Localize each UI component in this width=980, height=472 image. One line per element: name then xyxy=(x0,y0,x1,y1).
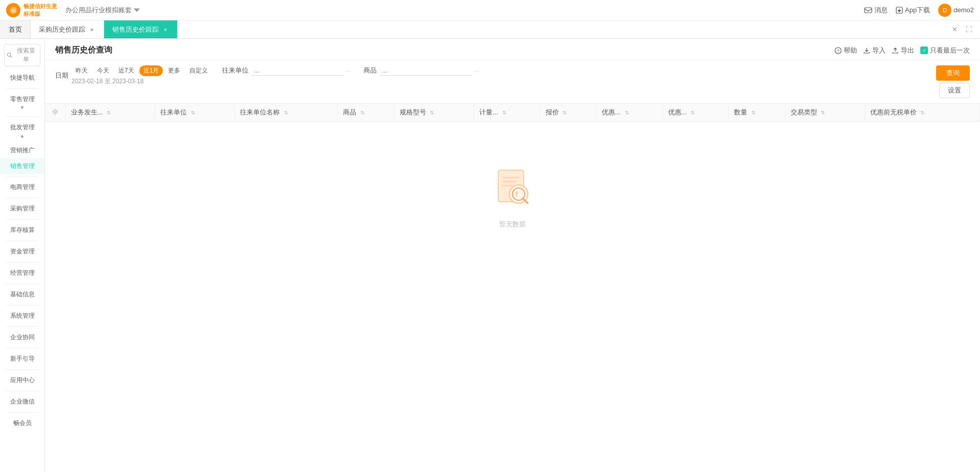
sidebar-item-operation[interactable]: 经营管理 xyxy=(0,265,44,281)
sidebar-item-ecommerce[interactable]: 电商管理 xyxy=(0,179,44,196)
empty-illustration xyxy=(487,162,538,214)
col-discount1[interactable]: 优惠... ⇅ xyxy=(597,104,663,122)
date-opt-1month[interactable]: 近1月 xyxy=(139,65,163,76)
tab-sales-history[interactable]: 销售历史价跟踪 × xyxy=(104,20,178,38)
page-header: 销售历史价查询 ? 帮助 导入 导出 只看最后一次 xyxy=(45,39,980,60)
sidebar-item-inventory[interactable]: 库存核算 xyxy=(0,222,44,239)
import-label: 导入 xyxy=(872,46,886,55)
sidebar-item-wholesale[interactable]: 批发管理 ▲ xyxy=(0,119,44,143)
svg-rect-10 xyxy=(502,177,520,178)
export-label: 导出 xyxy=(901,46,914,55)
query-btn[interactable]: 查询 xyxy=(936,65,970,81)
product-filter-label: 商品 xyxy=(363,66,377,75)
svg-text:畅: 畅 xyxy=(11,8,16,13)
sidebar-item-new-guide[interactable]: 新手引导 xyxy=(0,350,44,367)
col-spec-label: 规格型号 xyxy=(400,108,426,116)
user-menu[interactable]: D demo2 xyxy=(938,4,974,17)
help-btn[interactable]: ? 帮助 xyxy=(835,46,857,55)
date-opt-7days[interactable]: 近7天 xyxy=(114,65,138,76)
product-input-area: ··· xyxy=(380,65,481,76)
sidebar-item-enterprise-collab[interactable]: 企业协同 xyxy=(0,329,44,346)
product-input[interactable] xyxy=(380,65,472,76)
divider-1 xyxy=(6,88,38,89)
col-quantity[interactable]: 数量 ⇅ xyxy=(729,104,785,122)
col-unit[interactable]: 计量... ⇅ xyxy=(474,104,541,122)
sidebar-item-marketing[interactable]: 营销推广 xyxy=(0,143,44,158)
message-btn[interactable]: 消息 xyxy=(864,6,888,15)
app-download-btn[interactable]: App下载 xyxy=(896,6,930,15)
date-opt-custom[interactable]: 自定义 xyxy=(185,65,212,76)
import-btn[interactable]: 导入 xyxy=(863,46,886,55)
partner-dots-icon[interactable]: ··· xyxy=(346,67,351,75)
divider-9 xyxy=(6,305,38,305)
tab-home[interactable]: 首页 xyxy=(0,20,31,38)
date-filter-label: 日期 xyxy=(55,71,68,80)
col-trade-type-sort-icon: ⇅ xyxy=(821,110,825,115)
logo-icon: 畅 xyxy=(6,3,20,17)
sidebar-item-retail[interactable]: 零售管理 ▼ xyxy=(0,91,44,114)
col-unit-sort-icon: ⇅ xyxy=(502,110,506,115)
col-no-tax-price[interactable]: 优惠前无税单价 ⇅ xyxy=(865,104,979,122)
col-trade-type[interactable]: 交易类型 ⇅ xyxy=(785,104,865,122)
sidebar-item-purchase[interactable]: 采购管理 xyxy=(0,200,44,217)
col-no-tax-price-label: 优惠前无税单价 xyxy=(870,108,917,116)
col-product[interactable]: 商品 ⇅ xyxy=(338,104,394,122)
col-discount2[interactable]: 优惠... ⇅ xyxy=(663,104,729,122)
date-opt-more[interactable]: 更多 xyxy=(164,65,184,76)
app-center-label: 应用中心 xyxy=(10,376,35,385)
col-spec[interactable]: 规格型号 ⇅ xyxy=(394,104,474,122)
date-opt-today[interactable]: 今天 xyxy=(93,65,113,76)
date-opt-yesterday[interactable]: 昨天 xyxy=(71,65,92,76)
date-filter: 日期 昨天 今天 近7天 近1月 更多 自定义 2023-02-18 至 202… xyxy=(55,65,212,86)
col-settings[interactable] xyxy=(45,104,65,122)
divider-10 xyxy=(6,326,38,327)
col-biz-date[interactable]: 业务发生... ⇅ xyxy=(65,104,155,122)
finance-label: 资金管理 xyxy=(10,247,35,256)
divider-14 xyxy=(6,412,38,413)
sidebar-item-system[interactable]: 系统管理 xyxy=(0,308,44,324)
partner-filter-label: 往来单位 xyxy=(222,66,249,75)
tab-purchase-history[interactable]: 采购历史价跟踪 × xyxy=(31,20,104,38)
col-partner-code[interactable]: 往来单位 ⇅ xyxy=(155,104,234,122)
tab-sales-label: 销售历史价跟踪 xyxy=(112,25,159,34)
sidebar-item-basic-info[interactable]: 基础信息 xyxy=(0,286,44,303)
col-partner-sort-icon: ⇅ xyxy=(191,110,195,115)
main-layout: 搜索菜单 快捷导航 零售管理 ▼ 批发管理 ▲ 营销推广 销售管理 电商管理 采… xyxy=(0,39,980,472)
retail-label: 零售管理 xyxy=(10,95,35,104)
maximize-btn[interactable]: ⛶ xyxy=(964,25,974,35)
col-spec-sort-icon: ⇅ xyxy=(430,110,434,115)
col-price[interactable]: 报价 ⇅ xyxy=(540,104,596,122)
sidebar-item-quick-nav[interactable]: 快捷导航 xyxy=(0,69,44,86)
col-partner-name-sort-icon: ⇅ xyxy=(284,110,288,115)
only-last-label: 只看最后一次 xyxy=(930,46,970,55)
setting-btn[interactable]: 设置 xyxy=(939,83,970,98)
export-btn[interactable]: 导出 xyxy=(892,46,914,55)
empty-text: 暂无数据 xyxy=(499,220,526,229)
topbar-right: 消息 App下载 D demo2 xyxy=(864,4,974,17)
ecommerce-label: 电商管理 xyxy=(10,183,35,192)
divider-11 xyxy=(6,348,38,348)
only-last-checkbox[interactable]: 只看最后一次 xyxy=(920,46,970,55)
search-menu-label: 搜索菜单 xyxy=(14,46,38,64)
tab-purchase-close[interactable]: × xyxy=(88,26,95,33)
close-tab-btn[interactable]: ✕ xyxy=(949,25,960,35)
basic-info-label: 基础信息 xyxy=(10,290,35,299)
sidebar-item-app-center[interactable]: 应用中心 xyxy=(0,372,44,389)
product-dots-icon[interactable]: ··· xyxy=(474,67,479,75)
app-selector[interactable]: 办公用品行业模拟账套 xyxy=(61,6,144,15)
divider-7 xyxy=(6,262,38,263)
divider-12 xyxy=(6,369,38,370)
svg-rect-11 xyxy=(502,181,517,182)
tabbar-actions: ✕ ⛶ xyxy=(943,20,980,38)
sidebar-item-member[interactable]: 畅会员 xyxy=(0,415,44,432)
tab-sales-close[interactable]: × xyxy=(162,26,169,33)
col-partner-name[interactable]: 往来单位名称 ⇅ xyxy=(235,104,338,122)
sidebar-item-finance[interactable]: 资金管理 xyxy=(0,243,44,260)
sidebar-item-enterprise-wechat[interactable]: 企业微信 xyxy=(0,393,44,410)
col-partner-name-label: 往来单位名称 xyxy=(240,108,280,116)
search-menu-btn[interactable]: 搜索菜单 xyxy=(4,44,40,66)
divider-4 xyxy=(6,198,38,198)
sidebar-item-sales-mgmt[interactable]: 销售管理 xyxy=(0,158,44,174)
partner-input[interactable] xyxy=(252,65,344,76)
enterprise-collab-label: 企业协同 xyxy=(10,333,35,342)
